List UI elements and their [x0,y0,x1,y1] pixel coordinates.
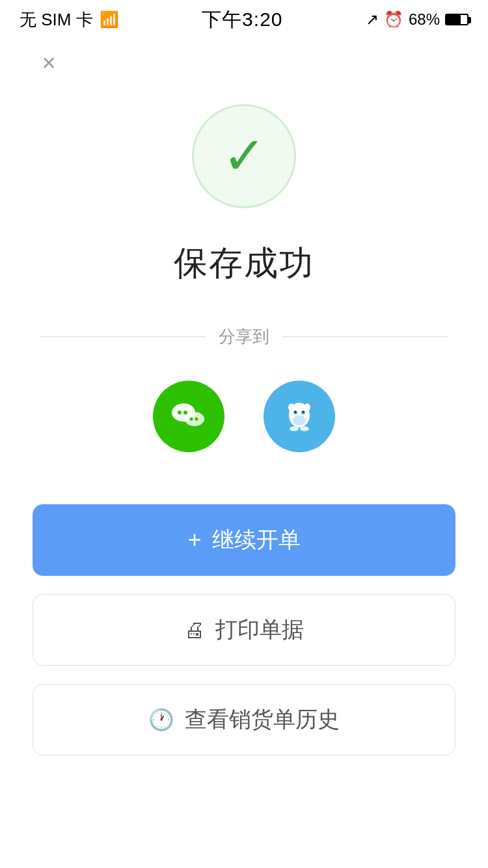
checkmark-icon: ✓ [223,130,266,182]
share-wechat-button[interactable] [153,381,224,452]
print-icon: 🖨 [184,618,205,642]
continue-button[interactable]: + 继续开单 [33,504,455,576]
wechat-icon [168,396,210,438]
history-icon: 🕐 [148,707,174,732]
status-time: 下午3:20 [202,7,282,33]
svg-point-1 [178,411,182,414]
share-icons-row [153,381,335,452]
battery-icon [445,14,468,25]
continue-icon: + [187,526,201,554]
history-button[interactable]: 🕐 查看销货单历史 [33,684,455,755]
sim-label: 无 SIM 卡 [20,8,93,31]
divider-right [282,336,449,337]
close-icon: × [42,49,55,77]
divider-left [39,336,206,337]
svg-point-15 [288,403,295,411]
continue-label: 继续开单 [212,525,301,555]
share-label: 分享到 [206,325,282,348]
svg-point-16 [304,403,310,411]
success-title: 保存成功 [174,241,314,286]
success-circle: ✓ [192,104,296,208]
qq-icon [278,396,321,438]
share-qq-button[interactable] [264,381,335,452]
svg-point-14 [293,415,306,426]
history-label: 查看销货单历史 [185,705,340,735]
status-right: ↗ ⏰ 68% [366,10,468,29]
svg-point-5 [195,417,198,420]
svg-point-13 [300,426,309,431]
svg-point-2 [183,411,187,414]
print-button[interactable]: 🖨 打印单据 [33,594,455,666]
location-icon: ↗ [366,10,379,29]
close-button[interactable]: × [33,47,65,79]
svg-point-12 [290,426,299,431]
action-buttons: + 继续开单 🖨 打印单据 🕐 查看销货单历史 [0,504,488,755]
alarm-icon: ⏰ [384,10,403,29]
main-content: ✓ 保存成功 分享到 [0,39,488,755]
wifi-icon: 📶 [100,10,119,29]
status-left: 无 SIM 卡 📶 [20,8,119,31]
svg-point-10 [302,411,304,413]
battery-percent: 68% [409,10,440,29]
svg-point-3 [185,412,204,426]
svg-point-4 [189,417,193,420]
svg-point-9 [294,411,296,413]
share-divider: 分享到 [0,325,488,348]
print-label: 打印单据 [215,615,304,645]
status-bar: 无 SIM 卡 📶 下午3:20 ↗ ⏰ 68% [0,0,488,39]
